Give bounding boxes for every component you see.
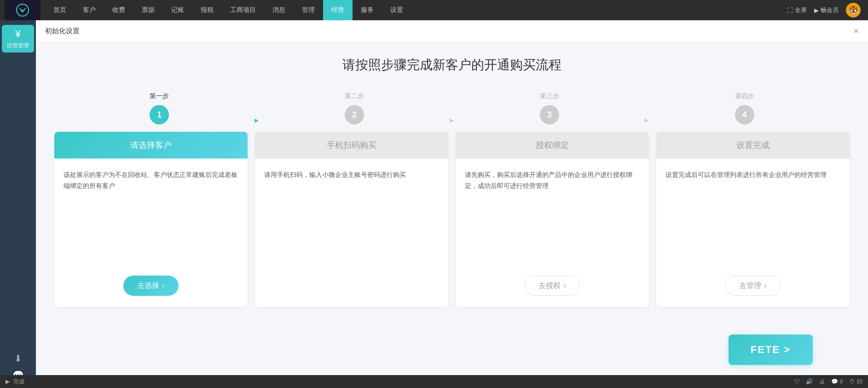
page-content: 请按照步骤完成新客户的开通购买流程 第一步 1 ▶ 第二步 2 ▶	[36, 42, 868, 375]
bottom-bar-right: 🛡 🔊 🖨 💬 0 ⏱ 10	[794, 378, 862, 385]
step-3: 第三步 3	[454, 92, 646, 124]
member-label: 畅会员	[821, 6, 839, 14]
nav-right: ⛶ 全屏 ▶ 畅会员 🐯	[787, 3, 868, 18]
go-select-label: 去选择	[137, 281, 159, 291]
nav-items: 首页 客户 收费 票据 记账 报税 工商项目 消息 管理 经营 服务 设置	[45, 0, 787, 20]
connector-arrow-3: ▶	[644, 117, 648, 123]
connector-2-3: ▶	[451, 117, 454, 123]
bottom-status: 完成	[13, 378, 24, 386]
go-select-arrow: ›	[162, 282, 164, 290]
bottom-bar: ▶ 完成 🛡 🔊 🖨 💬 0 ⏱ 10	[0, 375, 868, 388]
connector-arrow-1: ▶	[255, 117, 259, 123]
play-icon: ▶	[814, 7, 819, 14]
step-3-label: 第三步	[540, 92, 559, 100]
card-1-footer: 去选择 ›	[54, 276, 248, 307]
step-2-label: 第二步	[345, 92, 364, 100]
card-2: 手机扫码购买 请用手机扫码，输入小微企业主账号密码进行购买	[255, 132, 448, 307]
top-nav: 首页 客户 收费 票据 记账 报税 工商项目 消息 管理 经营 服务 设置 ⛶ …	[0, 0, 868, 20]
fullscreen-icon: ⛶	[787, 7, 793, 14]
nav-service[interactable]: 服务	[353, 0, 382, 20]
nav-bill[interactable]: 票据	[133, 0, 163, 20]
step-4-circle: 4	[735, 105, 754, 124]
nav-account[interactable]: 记账	[163, 0, 192, 20]
nav-business[interactable]: 工商项目	[222, 0, 264, 20]
print-icon: 🖨	[819, 378, 825, 385]
go-manage-button[interactable]: 去管理 ›	[725, 276, 781, 296]
card-2-body: 请用手机扫码，输入小微企业主账号密码进行购买	[255, 159, 448, 296]
card-2-footer	[255, 296, 448, 307]
card-1-header: 请选择客户	[54, 132, 248, 159]
step-4: 第四步 4	[648, 92, 840, 124]
sidebar-item-label: 经营管理	[7, 42, 29, 50]
chat-count: 💬 0	[831, 378, 843, 385]
nav-fee[interactable]: 收费	[104, 0, 133, 20]
app-logo	[5, 0, 41, 20]
go-auth-label: 去授权	[538, 281, 561, 291]
nav-manage[interactable]: 管理	[294, 0, 323, 20]
fullscreen-label: 全屏	[795, 6, 807, 14]
nav-settings[interactable]: 设置	[382, 0, 411, 20]
steps-row: 第一步 1 ▶ 第二步 2 ▶ 第三步 3	[54, 92, 850, 124]
user-avatar[interactable]: 🐯	[846, 3, 861, 18]
card-2-header: 手机扫码购买	[255, 132, 448, 159]
step-1: 第一步 1	[64, 92, 255, 124]
nav-home[interactable]: 首页	[45, 0, 75, 20]
connector-3-4: ▶	[645, 117, 648, 123]
step-2-circle: 2	[345, 105, 364, 124]
card-3-footer: 去授权 ›	[456, 276, 649, 307]
connector-1-2: ▶	[255, 117, 259, 123]
yen-icon: ¥	[15, 28, 21, 40]
connector-arrow-2: ▶	[450, 117, 454, 123]
main-title: 请按照步骤完成新客户的开通购买流程	[54, 56, 850, 74]
go-manage-arrow: ›	[764, 282, 766, 290]
main-area: 初始化设置 × 请按照步骤完成新客户的开通购买流程 第一步 1 ▶ 第二步 2	[36, 20, 868, 375]
timer: ⏱ 10	[849, 378, 862, 385]
sidebar: ¥ 经营管理 ⬇ 💬	[0, 20, 36, 388]
go-auth-arrow: ›	[563, 282, 566, 290]
step-4-label: 第四步	[735, 92, 754, 100]
step-3-circle: 3	[540, 105, 559, 124]
step-2: 第二步 2	[259, 92, 451, 124]
card-4-body: 设置完成后可以在管理列表进行所有企业用户的经营管理	[656, 159, 850, 276]
download-icon[interactable]: ⬇	[14, 353, 22, 364]
page-header: 初始化设置 ×	[36, 20, 868, 42]
go-select-button[interactable]: 去选择 ›	[123, 276, 179, 296]
card-4-header: 设置完成	[656, 132, 850, 159]
step-1-label: 第一步	[150, 92, 169, 100]
page-title: 初始化设置	[45, 27, 80, 35]
card-1-body: 该处展示的客户为不在回收站、客户状态正常建账后完成老板端绑定的所有客户	[54, 159, 248, 276]
card-4: 设置完成 设置完成后可以在管理列表进行所有企业用户的经营管理 去管理 ›	[656, 132, 850, 307]
play-icon-bottom: ▶	[6, 378, 10, 385]
sidebar-item-operation[interactable]: ¥ 经营管理	[2, 25, 34, 53]
cards-row: 请选择客户 该处展示的客户为不在回收站、客户状态正常建账后完成老板端绑定的所有客…	[54, 132, 850, 307]
card-3-body: 请先购买，购买后选择开通的产品中的企业用户进行授权绑定，成功后即可进行经营管理	[456, 159, 649, 276]
nav-message[interactable]: 消息	[264, 0, 294, 20]
nav-customer[interactable]: 客户	[75, 0, 104, 20]
fullscreen-btn[interactable]: ⛶ 全屏	[787, 6, 807, 14]
card-4-footer: 去管理 ›	[656, 276, 850, 307]
nav-operation[interactable]: 经营	[323, 0, 353, 20]
shield-icon: 🛡	[794, 378, 799, 385]
card-3: 授权绑定 请先购买，购买后选择开通的产品中的企业用户进行授权绑定，成功后即可进行…	[456, 132, 649, 307]
go-auth-button[interactable]: 去授权 ›	[525, 276, 580, 296]
volume-icon: 🔊	[806, 378, 813, 385]
member-btn[interactable]: ▶ 畅会员	[814, 6, 839, 14]
card-3-header: 授权绑定	[456, 132, 649, 159]
nav-tax[interactable]: 报税	[192, 0, 222, 20]
card-1: 请选择客户 该处展示的客户为不在回收站、客户状态正常建账后完成老板端绑定的所有客…	[54, 132, 248, 307]
go-manage-label: 去管理	[739, 281, 761, 291]
close-button[interactable]: ×	[853, 26, 859, 36]
step-1-circle: 1	[150, 105, 169, 124]
